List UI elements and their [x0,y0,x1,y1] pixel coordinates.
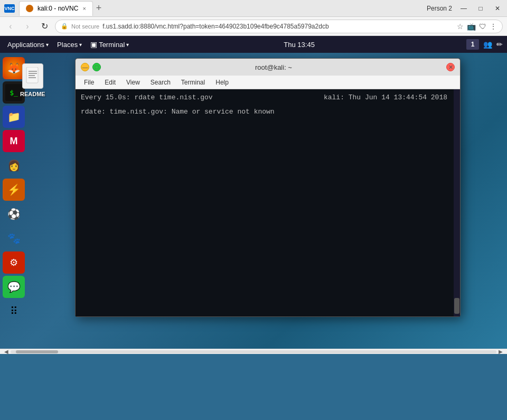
sidebar-icon-paw[interactable]: 🐾 [3,227,25,249]
sidebar-icon-chat[interactable]: 💬 [3,276,25,298]
terminal-search-menu[interactable]: Search [146,78,175,87]
tab-close-button[interactable]: × [82,5,86,12]
address-bar: ‹ › ↻ 🔒 Not secure f.us1.sadd.io:8880/vn… [0,17,507,36]
terminal-help-menu[interactable]: Help [211,78,233,87]
readme-label: README [20,91,45,97]
files-icon: 📁 [7,110,21,123]
minimize-button[interactable]: — [458,5,469,12]
applications-label: Applications [7,41,44,49]
terminal-menu[interactable]: ▣ Terminal ▾ [87,38,132,51]
terminal-menubar: File Edit View Search Terminal Help [76,76,460,89]
address-right-controls: ☆ 📺 🛡 ⋮ [457,22,497,31]
desktop-area: 🦊 $_ 📁 M 👩 ⚡ ⚽ 🐾 ⚙ [0,53,507,349]
scroll-left-button[interactable]: ◀ [2,349,11,354]
kali-desktop: Applications ▾ Places ▾ ▣ Terminal ▾ Thu… [0,36,507,349]
new-tab-button[interactable]: + [93,2,105,15]
applications-arrow-icon: ▾ [46,42,49,48]
sidebar-icon-red[interactable]: ⚙ [3,251,25,274]
address-box[interactable]: 🔒 Not secure f.us1.sadd.io:8880/vnc.html… [55,20,503,33]
users-icon[interactable]: 👥 [483,40,492,49]
back-button[interactable]: ‹ [4,22,17,31]
close-button[interactable]: ✕ [492,5,503,12]
browser-tab[interactable]: kali:0 - noVNC × [19,1,93,16]
sidebar-icon-files[interactable]: 📁 [3,106,25,128]
terminal-scrollbar[interactable] [454,89,460,316]
scrollbar-thumb[interactable] [454,298,459,314]
title-bar-controls: Person 2 — □ ✕ [427,5,503,12]
cast-button[interactable]: 📺 [467,22,476,31]
browser-scrollbar: ◀ ▶ [0,349,507,354]
places-label: Places [57,41,78,49]
reload-button[interactable]: ↻ [38,21,51,31]
places-menu[interactable]: Places ▾ [54,39,85,51]
terminal-watch-command: Every 15.0s: rdate time.nist.gov [81,94,213,101]
terminal-window-controls: — □ [81,63,101,71]
soccer-icon: ⚽ [7,208,21,220]
sidebar-icon-soccer[interactable]: ⚽ [3,203,25,225]
terminal-output-line2: rdate: time.nist.gov: Name or service no… [81,108,455,116]
sidebar-icon-lightning[interactable]: ⚡ [3,179,25,201]
url-text: f.us1.sadd.io:8880/vnc.html?path=token=4… [102,23,454,30]
meta-icon: M [10,136,18,147]
red-app-icon: ⚙ [10,257,18,268]
terminal-output-line1: Every 15.0s: rdate time.nist.gov kali: T… [81,94,455,101]
browser-logo-icon: VNC [4,4,15,13]
terminal-view-menu[interactable]: View [122,78,144,87]
terminal-close-control: ✕ [446,63,455,71]
title-bar: VNC kali:0 - noVNC × + Person 2 — □ ✕ [0,0,507,17]
terminal-file-menu[interactable]: File [80,78,98,87]
browser-menu-button[interactable]: ⋮ [490,22,497,31]
kali-clock: Thu 13:45 [284,41,315,49]
kali-bar-right: 1 👥 ✏ [466,39,503,50]
kali-bar-left: Applications ▾ Places ▾ ▣ Terminal ▾ [4,38,132,51]
paw-icon: 🐾 [7,232,21,245]
horizontal-scroll-track[interactable] [11,350,496,353]
terminal-icon: ▣ [90,40,97,49]
maximize-button[interactable]: □ [475,5,486,12]
tab-bar: kali:0 - noVNC × + [19,1,105,16]
sidebar-icon-grid[interactable]: ⠿ [3,300,25,322]
browser-chrome: VNC kali:0 - noVNC × + Person 2 — □ ✕ ‹ … [0,0,507,36]
terminal-close-button[interactable]: ✕ [446,63,455,71]
bookmark-button[interactable]: ☆ [457,22,464,31]
terminal-arrow-icon: ▾ [126,42,129,48]
title-bar-left: VNC kali:0 - noVNC × + [4,1,105,16]
applications-menu[interactable]: Applications ▾ [4,39,52,51]
time-label: Thu 13:45 [284,41,315,49]
terminal-titlebar: — □ root@kali: ~ ✕ [76,59,460,76]
terminal-edit-menu[interactable]: Edit [100,78,120,87]
terminal-window: — □ root@kali: ~ ✕ File Edit View Search… [75,58,461,317]
tab-label: kali:0 - noVNC [37,5,78,12]
readme-icon [22,63,43,89]
workspace-indicator[interactable]: 1 [466,39,479,50]
anime-icon: 👩 [7,159,21,172]
terminal-minimize-button[interactable]: — [81,63,89,71]
lock-icon: 🔒 [61,23,68,30]
shield-button[interactable]: 🛡 [479,22,486,31]
tab-favicon-icon [26,5,33,12]
terminal-title: root@kali: ~ [101,63,446,71]
terminal-label: Terminal [99,41,125,49]
lightning-icon: ⚡ [7,183,21,196]
settings-icon[interactable]: ✏ [496,40,503,49]
scroll-right-button[interactable]: ▶ [496,349,505,354]
desktop-sidebar: 🦊 $_ 📁 M 👩 ⚡ ⚽ 🐾 ⚙ [0,53,27,349]
terminal-maximize-button[interactable]: □ [92,63,101,71]
terminal-body[interactable]: Every 15.0s: rdate time.nist.gov kali: T… [76,89,460,316]
readme-desktop-icon[interactable]: README [20,63,45,97]
sidebar-icon-meta[interactable]: M [3,130,25,152]
terminal-terminal-menu[interactable]: Terminal [177,78,209,87]
sidebar-icon-anime[interactable]: 👩 [3,154,25,176]
horizontal-scroll-thumb[interactable] [16,350,58,353]
terminal-timestamp: kali: Thu Jun 14 13:44:54 2018 [324,94,447,101]
chat-icon: 💬 [7,281,21,293]
kali-taskbar: Applications ▾ Places ▾ ▣ Terminal ▾ Thu… [0,36,507,53]
places-arrow-icon: ▾ [79,42,82,48]
not-secure-label: Not secure [71,23,99,30]
firefox-icon: 🦊 [7,62,21,74]
person-label: Person 2 [427,5,452,12]
svg-rect-0 [26,67,38,83]
grid-icon: ⠿ [10,305,18,318]
forward-button[interactable]: › [21,22,34,31]
